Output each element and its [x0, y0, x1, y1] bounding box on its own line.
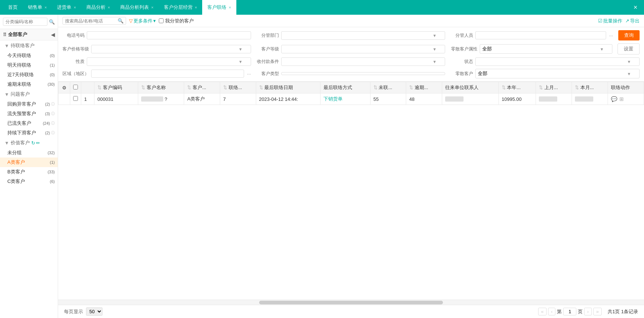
customer-level-select[interactable]: ▾	[281, 45, 446, 53]
manager-dots[interactable]: ···	[609, 33, 613, 38]
cell-this-month	[572, 93, 608, 105]
next-page-btn[interactable]: ›	[584, 308, 591, 315]
customer-type-select[interactable]	[281, 72, 446, 75]
col-settings[interactable]: ⚙	[58, 82, 70, 93]
query-button[interactable]: 查询	[618, 30, 640, 40]
page-input[interactable]	[563, 308, 576, 315]
settings-button[interactable]: 设置	[618, 43, 640, 54]
chevron-down-icon: ▾	[433, 33, 436, 38]
sort-handle: ⇅	[141, 85, 145, 90]
nav-purchase[interactable]: 进货单 ×	[52, 0, 81, 15]
first-page-btn[interactable]: «	[538, 308, 547, 315]
col-name[interactable]: ⇅ 客户名称	[138, 82, 184, 93]
top-navigation: 首页 销售单 × 进货单 × 商品分析 × 商品分析列表 × 客户分层经营 × …	[0, 0, 644, 15]
sidebar-item-overdue-contact[interactable]: 逾期未联络 (30)	[0, 80, 58, 89]
advanced-filter: 电话号码 分管部门 ▾ 分管人员 ··· 查询 客户价格等级	[58, 27, 644, 82]
sidebar-item-a-class[interactable]: A类客户 (1)	[0, 158, 58, 167]
col-uncontacted[interactable]: ⇅ 未联...	[370, 82, 406, 93]
my-customers-checkbox[interactable]	[159, 18, 164, 23]
col-last-contact-date[interactable]: ⇅ 最后联络日期	[256, 82, 321, 93]
export-btn[interactable]: ↗ 导出	[625, 18, 640, 24]
chevron-down-icon: ▾	[433, 59, 436, 64]
horizontal-scrollbar[interactable]	[58, 300, 644, 305]
sidebar-item-c-class[interactable]: C类客户 (6)	[0, 177, 58, 186]
refresh-icon[interactable]: ↻	[31, 140, 35, 146]
retail-attr-select[interactable]: 全部 ▾	[480, 44, 612, 54]
last-page-btn[interactable]: »	[593, 308, 602, 315]
sidebar-search-input[interactable]	[3, 18, 47, 26]
col-unit-contacts[interactable]: 往来单位联系人	[442, 82, 498, 93]
close-sales-tab[interactable]: ×	[44, 5, 47, 10]
sidebar-item-unclassified[interactable]: 未分组 (32)	[0, 148, 58, 158]
nav-customer-segment[interactable]: 客户分层经营 ×	[159, 0, 202, 15]
select-all-checkbox[interactable]	[73, 85, 78, 89]
payment-select[interactable]: ▾	[281, 57, 446, 66]
price-level-select[interactable]: ▾	[91, 45, 251, 53]
col-category[interactable]: ⇅ 客户...	[184, 82, 220, 93]
region-input[interactable]	[91, 70, 244, 78]
phone-input[interactable]	[87, 31, 251, 39]
sidebar-item-7days-contact[interactable]: 近7天待联络 (0)	[0, 70, 58, 80]
col-last-contact-method[interactable]: 最后联络方式	[321, 82, 370, 93]
prev-page-btn[interactable]: ‹	[548, 308, 555, 315]
sort-handle: ⇅	[187, 85, 191, 90]
problem-customers-group[interactable]: ▼ 问题客户	[0, 89, 58, 99]
dept-select[interactable]: ▾	[281, 31, 446, 40]
retail-customer-select[interactable]: 全部 ▾	[475, 69, 640, 78]
pending-contact-group[interactable]: ▼ 待联络客户	[0, 40, 58, 51]
cell-code: 000031	[94, 93, 138, 105]
region-dots[interactable]: ···	[247, 71, 251, 77]
more-action-icon[interactable]: ⊞	[619, 96, 624, 102]
close-purchase-tab[interactable]: ×	[74, 5, 76, 10]
cell-overdue: 48	[406, 93, 442, 105]
filter-icon: ▽	[129, 18, 133, 24]
col-overdue[interactable]: ⇅ 逾期...	[406, 82, 442, 93]
edit-icon[interactable]: ✏	[36, 140, 40, 146]
nav-goods-analysis-list[interactable]: 商品分析列表 ×	[115, 0, 158, 15]
nav-goods-analysis[interactable]: 商品分析 ×	[81, 0, 115, 15]
col-last-month[interactable]: ⇅ 上月...	[536, 82, 572, 93]
close-goods-analysis-list-tab[interactable]: ×	[151, 5, 153, 10]
col-contact[interactable]: ⇅ 联络...	[220, 82, 256, 93]
chevron-down-icon: ▾	[628, 71, 630, 77]
close-goods-analysis-tab[interactable]: ×	[108, 5, 110, 10]
value-customers-group[interactable]: ▼ 价值客户 ↻ ✏	[0, 138, 58, 148]
sidebar-item-b-class[interactable]: B类客户 (33)	[0, 167, 58, 177]
cell-category: A类客户	[184, 93, 220, 105]
close-all-button[interactable]: ×	[630, 4, 641, 11]
col-code[interactable]: ⇅ 客户编码	[94, 82, 138, 93]
col-this-year[interactable]: ⇅ 本年...	[498, 82, 536, 93]
close-customer-segment-tab[interactable]: ×	[195, 5, 197, 10]
filter-status: 状态 ▾	[451, 57, 640, 66]
batch-operation-btn[interactable]: ☑ 批量操作	[598, 18, 622, 24]
nav-customer-contact[interactable]: 客户联络 ×	[202, 0, 236, 15]
sidebar-item-repurchase-abnormal[interactable]: 回购异常客户 (2) ⓘ	[0, 99, 58, 109]
sidebar-item-declining[interactable]: 持续下滑客户 (2) ⓘ	[0, 128, 58, 138]
nav-home[interactable]: 首页	[3, 0, 23, 15]
contact-action-icon[interactable]: 💬	[611, 96, 617, 102]
cell-this-year: 10995.00	[498, 93, 536, 105]
sort-handle: ⇅	[575, 85, 579, 90]
all-customers-header[interactable]: ⠿ 全部客户 ◀	[0, 29, 58, 40]
nature-select[interactable]: ▾	[87, 57, 251, 66]
col-this-month[interactable]: ⇅ 本月...	[572, 82, 608, 93]
manager-input[interactable]	[475, 31, 606, 39]
main-search-icon[interactable]: 🔍	[118, 18, 124, 24]
close-customer-contact-tab[interactable]: ×	[229, 5, 231, 10]
sidebar-collapse-btn[interactable]: ◀	[51, 32, 55, 38]
row-checkbox[interactable]	[73, 96, 78, 101]
page-size-select[interactable]: 50	[86, 307, 103, 316]
filter-dept: 分管部门 ▾	[257, 30, 446, 40]
last-contact-method-link[interactable]: 下销货单	[323, 96, 343, 102]
sidebar-item-tomorrow-contact[interactable]: 明天待联络 (1)	[0, 60, 58, 70]
filter-retail-customer: 零散客户 全部 ▾	[451, 69, 640, 78]
sidebar-item-churn-warning[interactable]: 流失预警客户 (3) ⓘ	[0, 109, 58, 119]
sidebar-item-today-contact[interactable]: 今天待联络 (0)	[0, 51, 58, 60]
sidebar-item-churned[interactable]: 已流失客户 (24) ⓘ	[0, 119, 58, 128]
chevron-down-icon: ▾	[153, 18, 156, 24]
main-search-input[interactable]	[65, 18, 117, 24]
more-conditions-btn[interactable]: ▽ 更多条件 ▾	[129, 18, 156, 24]
nav-sales[interactable]: 销售单 ×	[23, 0, 52, 15]
status-select[interactable]: ▾	[475, 57, 640, 66]
sidebar-search-icon[interactable]: 🔍	[49, 19, 55, 25]
